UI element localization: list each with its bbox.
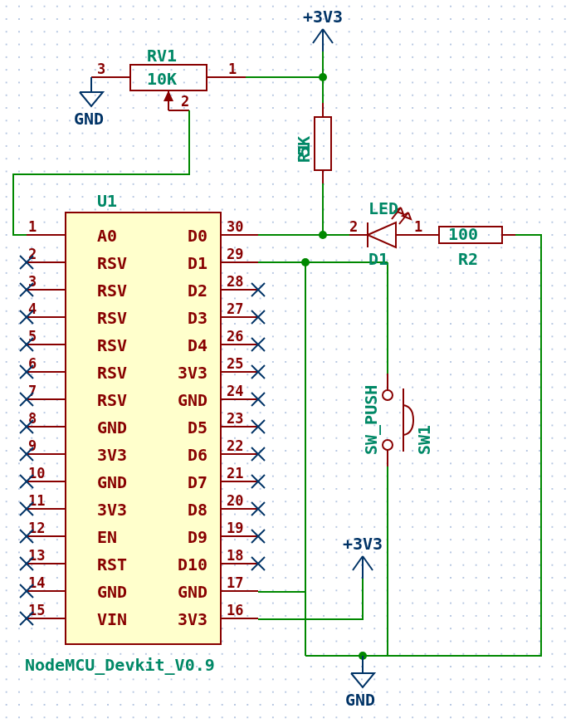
svg-text:100: 100 [448,224,478,244]
svg-text:D1: D1 [368,249,388,269]
svg-line-154 [313,29,323,43]
power-3v3-bot: +3V3 [343,534,383,579]
svg-line-195 [363,556,373,570]
svg-text:3V3: 3V3 [178,609,207,629]
resistor-r1: R1 5K [294,103,331,183]
svg-text:D2: D2 [188,281,207,300]
svg-text:15: 15 [28,602,45,618]
svg-text:14: 14 [28,574,45,591]
svg-text:D9: D9 [188,527,207,547]
svg-text:5K: 5K [294,136,314,156]
svg-text:D8: D8 [188,500,207,520]
resistor-r2: 100 R2 [426,224,515,269]
svg-text:RV1: RV1 [147,46,177,66]
svg-text:21: 21 [227,465,243,481]
svg-text:GND: GND [178,582,207,602]
svg-text:RST: RST [97,555,127,574]
svg-text:D1: D1 [188,253,207,273]
svg-text:12: 12 [28,520,45,536]
svg-text:GND: GND [74,109,104,129]
svg-text:1: 1 [228,61,237,77]
svg-text:A0: A0 [97,226,117,246]
switch-sw1: SW_PUSH SW1 [361,374,434,467]
svg-text:10K: 10K [147,69,177,89]
svg-text:+3V3: +3V3 [343,534,383,554]
svg-text:RSV: RSV [97,253,127,273]
svg-rect-158 [315,117,331,170]
svg-text:D0: D0 [188,226,207,246]
svg-text:20: 20 [227,492,243,509]
svg-text:17: 17 [227,574,243,591]
ic-footprint: NodeMCU_Devkit_V0.9 [25,655,215,675]
svg-text:3V3: 3V3 [178,363,207,383]
svg-text:22: 22 [227,437,243,454]
svg-text:16: 16 [227,602,243,618]
svg-text:R2: R2 [458,249,478,269]
svg-text:GND: GND [97,418,127,437]
svg-text:1: 1 [414,218,422,235]
svg-text:29: 29 [227,246,243,262]
svg-line-155 [323,29,333,43]
svg-text:18: 18 [227,547,243,564]
led-d1: 2 1 LED D1 [349,198,426,269]
potentiometer: 2 1 3 RV1 10K [91,46,246,110]
svg-text:LED: LED [368,198,398,218]
svg-text:RSV: RSV [97,335,127,355]
svg-text:27: 27 [227,300,243,317]
svg-text:D7: D7 [188,472,207,492]
svg-text:+3V3: +3V3 [303,7,343,27]
svg-text:19: 19 [227,520,243,536]
svg-text:23: 23 [227,410,243,427]
svg-text:24: 24 [227,383,243,399]
svg-text:D10: D10 [178,555,207,574]
svg-text:SW1: SW1 [414,425,434,455]
svg-text:3V3: 3V3 [97,500,127,520]
svg-text:2: 2 [181,93,189,110]
svg-text:VIN: VIN [97,609,127,629]
svg-point-189 [383,440,393,450]
svg-text:D5: D5 [188,418,207,437]
svg-text:RSV: RSV [97,308,127,328]
svg-text:EN: EN [97,527,117,547]
svg-text:3: 3 [97,61,105,77]
gnd-bot: GND [345,656,375,710]
svg-text:25: 25 [227,355,243,372]
gnd-top: GND [74,77,104,129]
svg-text:3V3: 3V3 [97,445,127,465]
svg-text:RSV: RSV [97,390,127,410]
svg-text:D3: D3 [188,308,207,328]
svg-text:26: 26 [227,328,243,344]
svg-text:RSV: RSV [97,281,127,300]
power-3v3-top: +3V3 [303,7,343,51]
svg-text:GND: GND [345,690,375,710]
svg-text:D6: D6 [188,445,207,465]
svg-marker-174 [368,222,396,247]
svg-text:2: 2 [349,218,358,235]
svg-line-194 [353,556,363,570]
svg-point-187 [383,390,393,400]
svg-text:D4: D4 [188,335,207,355]
svg-text:GND: GND [178,390,207,410]
svg-text:28: 28 [227,273,243,290]
svg-text:RSV: RSV [97,363,127,383]
ic-ref: U1 [97,191,117,211]
svg-text:SW_PUSH: SW_PUSH [361,385,381,455]
svg-text:GND: GND [97,582,127,602]
svg-text:1: 1 [28,218,37,235]
svg-marker-142 [163,90,173,101]
svg-text:30: 30 [227,218,243,235]
svg-text:13: 13 [28,547,45,564]
svg-text:11: 11 [28,492,45,509]
svg-text:GND: GND [97,472,127,492]
svg-text:10: 10 [28,465,45,481]
